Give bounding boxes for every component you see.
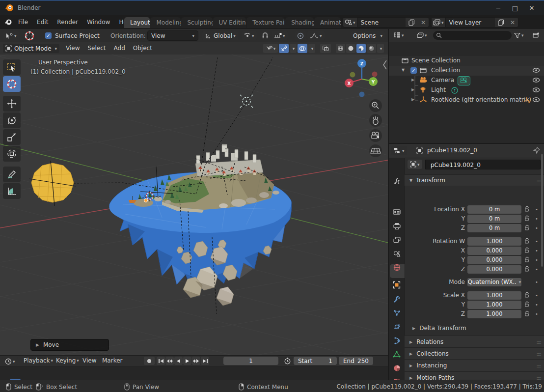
tool-move[interactable]: [3, 96, 21, 112]
view-layer-name[interactable]: View Layer: [446, 19, 495, 26]
camera-data-badge[interactable]: [458, 76, 470, 85]
tab-animation[interactable]: Animat: [314, 17, 341, 28]
shading-wireframe-button[interactable]: [336, 44, 345, 53]
outliner-row-light[interactable]: ▶ Light: [389, 85, 544, 95]
outliner-editor-dropdown[interactable]: ▾: [391, 30, 407, 40]
scale-y-field[interactable]: 1.000: [467, 301, 521, 309]
proportional-editing-icon[interactable]: [295, 31, 306, 40]
menu-file[interactable]: File: [14, 17, 32, 28]
expand-toggle[interactable]: ▼: [402, 68, 405, 72]
transform-panel-header[interactable]: ▼ Transform ::::: [405, 174, 544, 186]
tab-constraints[interactable]: [392, 336, 401, 345]
gizmos-toggle[interactable]: [279, 44, 289, 53]
viewport-3d[interactable]: Z X Y: [0, 55, 388, 355]
tab-output[interactable]: [392, 222, 401, 230]
maximize-button[interactable]: □: [507, 0, 523, 15]
timeline-menu-view[interactable]: View: [82, 357, 96, 364]
rotation-z-field[interactable]: 0.000: [467, 265, 521, 274]
animate-dot[interactable]: •: [535, 225, 538, 231]
tab-view-layer[interactable]: [392, 235, 401, 244]
menu-render[interactable]: Render: [53, 17, 82, 28]
outliner-filter-dropdown[interactable]: ▾: [512, 30, 526, 40]
outliner-row-collection[interactable]: ▼ ✓ Collection: [389, 66, 544, 76]
view-layer-unlink-icon[interactable]: ✕: [507, 18, 518, 27]
location-y-field[interactable]: 0 m: [467, 215, 521, 223]
camera-view-button[interactable]: [369, 129, 382, 142]
outliner-row-camera[interactable]: ▶ Camera: [389, 76, 544, 85]
empty-data-badge[interactable]: [523, 96, 530, 103]
timeline-editor-dropdown[interactable]: ▾: [2, 357, 18, 366]
frame-end-field[interactable]: End250: [339, 357, 373, 365]
overlays-toggle[interactable]: [298, 44, 307, 53]
transform-pivot-dropdown[interactable]: Global ▾: [202, 31, 238, 40]
tab-modeling[interactable]: Modeling: [150, 17, 181, 28]
lock-icon[interactable]: [524, 266, 531, 273]
rotation-w-field[interactable]: 1.000: [467, 237, 521, 246]
outliner-display-mode-dropdown[interactable]: ▾: [414, 30, 430, 40]
object-id-icon-dropdown[interactable]: ▾: [408, 160, 422, 169]
shading-rendered-button[interactable]: [367, 44, 376, 53]
shading-material-button[interactable]: [356, 44, 366, 53]
tool-transform[interactable]: [3, 146, 21, 162]
shading-dropdown[interactable]: ▾: [377, 44, 384, 53]
rotation-y-field[interactable]: 0.000: [467, 256, 521, 264]
lock-icon[interactable]: [524, 224, 531, 231]
rotation-x-field[interactable]: 0.000: [467, 247, 521, 255]
tool-select-box[interactable]: [3, 59, 21, 75]
jump-to-end-button[interactable]: [201, 357, 209, 365]
light-data-badge[interactable]: [451, 86, 459, 94]
next-keyframe-button[interactable]: [192, 357, 200, 365]
rotation-mode-dropdown[interactable]: Quaternion (WX..▾: [467, 278, 521, 286]
delta-transform-subpanel[interactable]: ▶ Delta Transform: [412, 324, 466, 333]
hide-eye-icon[interactable]: [532, 67, 540, 73]
close-button[interactable]: ✕: [523, 0, 540, 15]
expand-toggle[interactable]: ▶: [411, 78, 414, 82]
tab-render[interactable]: [392, 207, 401, 216]
minimize-button[interactable]: ─: [490, 0, 507, 15]
tab-tool[interactable]: [392, 176, 401, 185]
tool-annotate[interactable]: [3, 167, 21, 182]
tab-layout[interactable]: Layout: [124, 17, 150, 28]
animate-dot[interactable]: •: [535, 257, 538, 263]
new-collection-button[interactable]: [530, 30, 542, 40]
mode-dropdown[interactable]: Object Mode ▾: [3, 44, 59, 53]
animate-dot[interactable]: •: [535, 293, 538, 298]
snap-toggle-magnet-icon[interactable]: [261, 32, 269, 39]
menu-edit[interactable]: Edit: [32, 17, 53, 28]
snap-target-dropdown[interactable]: ▾: [242, 31, 257, 40]
timeline-menu-marker[interactable]: Marker: [102, 357, 122, 364]
scene-icon[interactable]: ▾: [343, 18, 357, 27]
view-layer-selector[interactable]: ▾ View Layer ✕: [431, 17, 518, 28]
tool-measure[interactable]: [3, 183, 21, 199]
lock-icon[interactable]: [524, 206, 531, 213]
current-frame-field[interactable]: 1: [223, 357, 278, 365]
animate-dot[interactable]: •: [535, 248, 538, 253]
expand-toggle[interactable]: ▶: [411, 87, 414, 92]
tab-scene[interactable]: [392, 249, 401, 258]
scene-selector[interactable]: ▾ Scene ✕: [343, 17, 429, 28]
view-layer-new-icon[interactable]: [495, 18, 507, 27]
lock-icon[interactable]: [524, 238, 531, 245]
object-name-field[interactable]: pCube119.002_0: [425, 160, 541, 169]
tab-sculpting[interactable]: Sculpting: [181, 17, 212, 28]
expand-toggle[interactable]: ▶: [411, 97, 414, 102]
record-button[interactable]: [144, 357, 155, 365]
prev-keyframe-button[interactable]: [165, 357, 174, 365]
tab-object-data[interactable]: [392, 350, 401, 359]
animate-dot[interactable]: •: [535, 302, 538, 308]
selectability-dropdown[interactable]: ▾: [263, 44, 278, 53]
blender-menu-icon[interactable]: [4, 19, 12, 26]
outliner-row-scene-collection[interactable]: Scene Collection: [389, 56, 544, 66]
tab-shading[interactable]: Shading: [285, 17, 314, 28]
play-reverse-button[interactable]: [174, 357, 183, 365]
lock-icon[interactable]: [524, 247, 531, 254]
scene-name[interactable]: Scene: [357, 19, 406, 26]
play-button[interactable]: [183, 357, 191, 365]
tab-object[interactable]: [392, 280, 401, 289]
animate-dot[interactable]: •: [535, 280, 538, 285]
tool-rotate[interactable]: [3, 112, 21, 128]
panel-instancing[interactable]: ▶ Instancing ::::: [405, 359, 544, 371]
tab-physics[interactable]: [392, 322, 401, 331]
tab-world[interactable]: [392, 263, 401, 272]
tab-texture-paint[interactable]: Texture Paint: [246, 17, 285, 28]
